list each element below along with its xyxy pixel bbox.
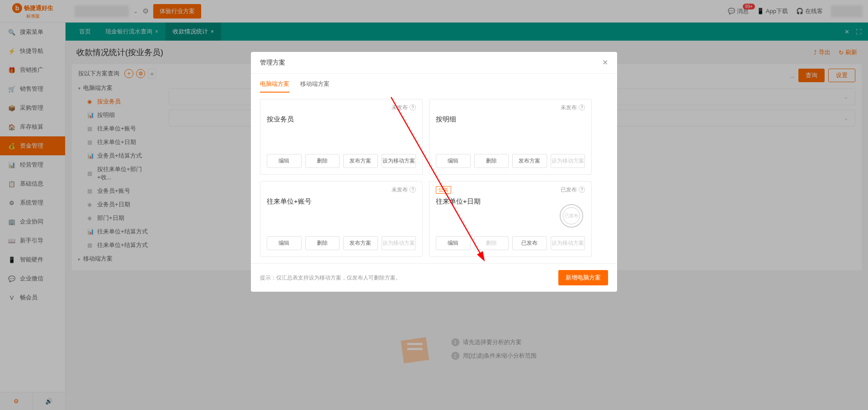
card-btn-published[interactable]: 已发布 [512,236,547,250]
modal-close-icon[interactable]: ✕ [602,58,608,67]
help-icon[interactable]: ? [579,186,585,193]
card-btn-set_mobile: 设为移动方案 [551,236,585,250]
help-icon[interactable]: ? [410,186,416,193]
card-status: 未发布? [392,186,416,194]
card-btn-delete[interactable]: 删除 [305,154,340,168]
card-btn-set_mobile: 设为移动方案 [382,236,416,250]
card-btn-publish[interactable]: 发布方案 [343,154,378,168]
card-title: 按业务员 [267,115,416,154]
scheme-card-3: 公共已发布?往来单位+日期已发布编辑删除已发布设为移动方案 [429,181,592,257]
modal-body: 未发布?按业务员编辑删除发布方案设为移动方案未发布?按明细编辑删除发布方案设为移… [251,93,617,263]
card-btn-delete: 删除 [474,236,509,250]
card-btn-edit[interactable]: 编辑 [436,236,471,250]
help-icon[interactable]: ? [410,104,416,111]
scheme-card-1: 未发布?按明细编辑删除发布方案设为移动方案 [429,99,592,175]
scheme-card-2: 未发布?往来单位+账号编辑删除发布方案设为移动方案 [260,181,423,257]
card-btn-publish[interactable]: 发布方案 [343,236,378,250]
manage-scheme-modal: 管理方案 ✕ 电脑端方案 移动端方案 未发布?按业务员编辑删除发布方案设为移动方… [251,52,617,292]
modal-tab-pc[interactable]: 电脑端方案 [260,80,289,93]
card-status: 未发布? [561,104,585,112]
published-stamp-icon: 已发布 [560,204,583,228]
card-btn-edit[interactable]: 编辑 [267,154,302,168]
card-btn-set_mobile: 设为移动方案 [551,154,585,168]
card-btn-publish[interactable]: 发布方案 [512,154,547,168]
modal-tab-mobile[interactable]: 移动端方案 [300,80,330,93]
card-btn-edit[interactable]: 编辑 [267,236,302,250]
card-title: 按明细 [436,115,585,154]
modal-title: 管理方案 [260,59,285,67]
card-btn-edit[interactable]: 编辑 [436,154,471,168]
card-title: 往来单位+账号 [267,197,416,236]
card-status: 已发布? [561,186,585,194]
add-pc-scheme-button[interactable]: 新增电脑方案 [558,270,608,285]
card-btn-delete[interactable]: 删除 [474,154,509,168]
card-status: 未发布? [392,104,416,112]
card-btn-set_mobile[interactable]: 设为移动方案 [382,154,416,168]
modal-foot-hint: 提示：仅汇总表支持设为移动方案，仅发布人可删除方案。 [260,274,401,282]
public-tag: 公共 [436,186,451,194]
scheme-card-0: 未发布?按业务员编辑删除发布方案设为移动方案 [260,99,423,175]
help-icon[interactable]: ? [579,104,585,111]
card-btn-delete[interactable]: 删除 [305,236,340,250]
